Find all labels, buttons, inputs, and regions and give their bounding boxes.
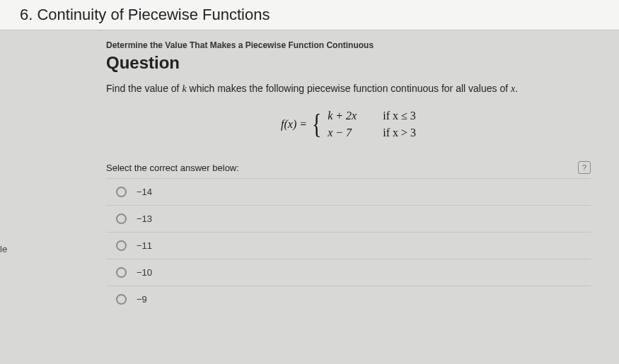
radio-icon[interactable]: [116, 213, 127, 224]
option-row-1[interactable]: −13: [106, 205, 591, 232]
option-label: −13: [137, 213, 152, 224]
side-tag: le: [0, 244, 7, 254]
brace-icon: {: [312, 112, 321, 137]
prompt-text-before: Find the value of: [106, 83, 182, 94]
case2-cond: if x > 3: [383, 124, 416, 141]
question-content: Determine the Value That Makes a Piecewi…: [0, 30, 619, 312]
option-row-4[interactable]: −9: [106, 286, 591, 312]
option-label: −10: [137, 267, 152, 278]
option-label: −11: [137, 240, 152, 251]
answers-label-row: Select the correct answer below: ?: [106, 161, 591, 174]
option-label: −14: [137, 187, 152, 197]
prompt-period: .: [515, 83, 518, 94]
prompt-text-after: which makes the following piecewise func…: [187, 83, 511, 94]
radio-icon[interactable]: [116, 294, 127, 305]
help-icon[interactable]: ?: [578, 161, 591, 174]
question-prompt: Find the value of k which makes the foll…: [106, 83, 591, 95]
question-heading: Question: [106, 53, 591, 73]
option-row-3[interactable]: −10: [106, 259, 591, 286]
option-label: −9: [137, 294, 147, 305]
subtitle: Determine the Value That Makes a Piecewi…: [106, 40, 591, 50]
piecewise-function: f(x) = { k + 2x if x ≤ 3 x − 7 if x > 3: [106, 107, 591, 141]
case2-expr: x − 7: [328, 124, 370, 141]
radio-icon[interactable]: [116, 267, 127, 278]
radio-icon[interactable]: [116, 187, 127, 197]
option-row-0[interactable]: −14: [106, 178, 591, 205]
case1-cond: if x ≤ 3: [383, 107, 416, 124]
answers-label: Select the correct answer below:: [106, 163, 239, 173]
fx-label: f(x) =: [281, 118, 307, 131]
page-title: 6. Continuity of Piecewise Functions: [0, 0, 619, 30]
radio-icon[interactable]: [116, 240, 127, 251]
option-row-2[interactable]: −11: [106, 232, 591, 259]
case1-expr: k + 2x: [328, 107, 370, 124]
